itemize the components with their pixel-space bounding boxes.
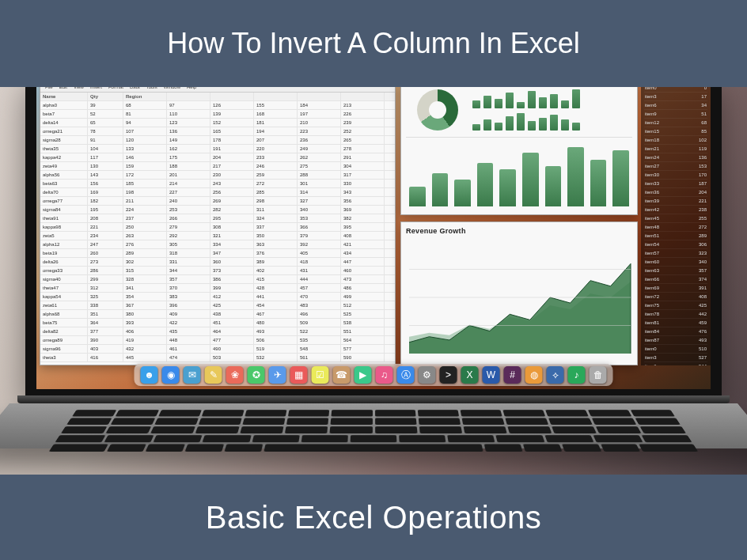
table-cell: 421: [341, 240, 385, 248]
safari-icon[interactable]: ◉: [162, 366, 180, 384]
table-cell: 379: [298, 232, 341, 240]
table-cell: 461: [167, 345, 210, 353]
reminders-icon[interactable]: ☑: [312, 366, 329, 384]
table-cell: beta75: [40, 319, 88, 327]
side-panel-row: item81459: [644, 319, 707, 327]
menu-item[interactable]: Help: [187, 87, 196, 89]
table-cell: 136: [167, 127, 210, 135]
messages-icon[interactable]: ✪: [248, 366, 265, 384]
table-cell: 39: [88, 101, 123, 109]
menu-item[interactable]: Data: [130, 87, 140, 89]
photos-icon[interactable]: ❀: [226, 366, 244, 384]
keyboard-key: [154, 435, 203, 442]
bar: [409, 187, 426, 207]
table-cell: 432: [123, 345, 167, 353]
keyboard-key: [375, 418, 417, 425]
bar: [432, 173, 449, 207]
keyboard-key: [484, 444, 523, 452]
table-cell: 341: [123, 284, 167, 292]
bar: [612, 150, 629, 206]
settings-icon[interactable]: ⚙: [419, 366, 436, 384]
menu-item[interactable]: Edit: [59, 87, 67, 89]
table-cell: 314: [298, 188, 341, 196]
table-row: zeta49130159188217246275304: [40, 162, 395, 171]
laptop-screen: FileEditViewInsertFormatDataToolsWindowH…: [36, 87, 711, 389]
table-cell: 480: [254, 319, 298, 327]
keyboard-key: [523, 444, 562, 452]
table-cell: kappa98: [40, 223, 88, 231]
table-cell: sigma28: [40, 136, 88, 144]
trash-icon[interactable]: 🗑: [590, 366, 607, 384]
side-panel-row: item66374: [644, 275, 707, 284]
table-cell: [298, 93, 341, 100]
music-icon[interactable]: ♫: [376, 366, 393, 384]
keyboard-key: [447, 435, 495, 442]
table-cell: omega77: [40, 197, 88, 205]
slack-icon[interactable]: #: [504, 366, 521, 384]
keyboard-key: [596, 426, 642, 433]
table-row: alpha12247276305334363392421: [40, 240, 395, 249]
terminal-icon[interactable]: >: [440, 366, 457, 384]
side-panel-row: item18102: [644, 136, 707, 145]
table-cell: 104: [88, 145, 123, 153]
menu-item[interactable]: View: [74, 87, 84, 89]
keyboard-key: [505, 418, 548, 425]
spotify-icon[interactable]: ♪: [568, 366, 586, 384]
menu-item[interactable]: Tools: [146, 87, 157, 89]
table-cell: 473: [341, 275, 385, 283]
table-cell: 360: [210, 258, 254, 266]
table-cell: 117: [88, 153, 123, 161]
side-panel-row: item57323: [644, 249, 707, 258]
table-cell: [210, 93, 254, 100]
table-cell: 577: [341, 345, 385, 353]
bar: [561, 119, 569, 131]
table-cell: 207: [254, 136, 298, 144]
keyboard-key: [496, 435, 544, 442]
table-cell: 499: [341, 293, 385, 301]
side-panel-row: item634: [644, 101, 707, 110]
area-chart: [406, 238, 634, 357]
side-panel-row: item317: [644, 93, 707, 101]
facetime-icon[interactable]: ▶: [355, 366, 372, 384]
vscode-icon[interactable]: ⟡: [547, 366, 564, 384]
table-cell: 299: [88, 275, 123, 283]
table-row: delta70169198227256285314343: [40, 188, 395, 197]
menu-item[interactable]: Insert: [90, 87, 102, 89]
table-cell: zeta5: [40, 232, 88, 240]
table-cell: 285: [254, 188, 298, 196]
side-panel-row: item87493: [644, 336, 707, 345]
bar: [572, 89, 580, 108]
menu-item[interactable]: File: [45, 87, 53, 89]
finder-icon[interactable]: ☻: [141, 366, 158, 384]
notes-icon[interactable]: ✎: [205, 366, 222, 384]
keyboard-key: [419, 426, 461, 433]
table-cell: omega21: [40, 127, 88, 135]
keyboard-key: [286, 418, 328, 425]
table-cell: sigma40: [40, 275, 88, 283]
keyboard-key: [185, 444, 224, 452]
keyboard-key: [146, 444, 185, 452]
calendar-icon[interactable]: ▦: [290, 366, 308, 384]
keyboard-key: [461, 418, 504, 425]
mail-icon[interactable]: ✉: [184, 366, 201, 384]
appstore-icon[interactable]: Ⓐ: [397, 366, 415, 384]
keyboard-key: [104, 435, 154, 442]
table-row: delta146594123152181210239: [40, 119, 395, 127]
menu-item[interactable]: Window: [164, 87, 180, 89]
chrome-icon[interactable]: ◍: [525, 366, 543, 384]
contacts-icon[interactable]: ☎: [333, 366, 351, 384]
table-cell: 260: [88, 249, 123, 257]
keyboard-key: [154, 418, 199, 425]
table-cell: 470: [298, 293, 341, 301]
table-cell: 243: [210, 180, 254, 187]
maps-icon[interactable]: ✈: [269, 366, 286, 384]
table-cell: 538: [341, 319, 385, 327]
menu-item[interactable]: Format: [108, 87, 123, 89]
table-row: sigma40299328357386415444473: [40, 275, 395, 284]
table-cell: 139: [210, 110, 254, 118]
word-icon[interactable]: W: [483, 366, 500, 384]
table-cell: 519: [254, 345, 298, 353]
keyboard-key: [417, 410, 458, 416]
hero-photo: FileEditViewInsertFormatDataToolsWindowH…: [0, 87, 747, 475]
excel-icon[interactable]: X: [461, 366, 479, 384]
